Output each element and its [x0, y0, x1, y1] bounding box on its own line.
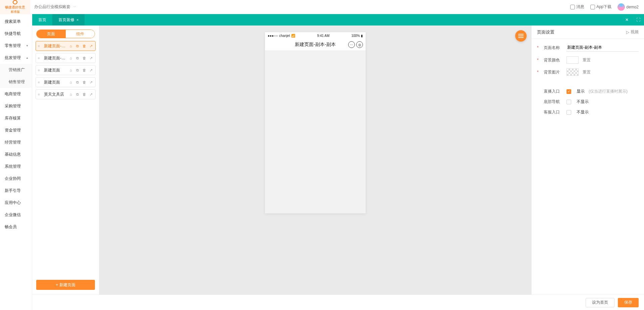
sidebar-item[interactable]: 应用中心 [0, 197, 32, 209]
external-link-icon[interactable]: ↗ [89, 56, 93, 60]
delete-icon[interactable]: 🗑 [82, 80, 87, 84]
sidebar-item[interactable]: 快捷导航 [0, 28, 32, 40]
drag-handle-icon[interactable]: ≡ [38, 68, 42, 72]
tab-首页装修[interactable]: 首页装修× [52, 14, 85, 25]
page-list-item[interactable]: ≡新建页面-副本⌂⧉🗑↗ [36, 53, 96, 63]
page-item-name: 昊天文具店 [44, 92, 66, 97]
phone-status-bar: ●●●○○ chanjet 📶 9:41 AM 100% ▮ [265, 32, 366, 39]
set-home-button[interactable]: 设为首页 [586, 298, 614, 307]
topbar-right: 消息 App下载 demo2 [570, 3, 644, 11]
delete-icon[interactable]: 🗑 [82, 56, 87, 60]
page-list-item[interactable]: ≡新建页面-副本...⌂⧉🗑↗ [36, 41, 96, 51]
home-icon[interactable]: ⌂ [68, 44, 73, 48]
tab-close-all-button[interactable]: ✕ [621, 14, 633, 25]
battery-text: 100% [351, 34, 360, 38]
sidebar-item-label: 零售管理 [5, 43, 21, 49]
sidebar-subitem[interactable]: 营销推广 [0, 64, 32, 76]
fullscreen-button[interactable]: ⛶ [633, 14, 644, 25]
app-download-button[interactable]: App下载 [590, 4, 611, 10]
sidebar-item[interactable]: 搜索菜单 [0, 15, 32, 28]
cs-text: 不显示 [577, 109, 589, 115]
sidebar-item-label: 批发管理 [5, 55, 21, 61]
sidebar-subitem[interactable]: 销售管理 [0, 76, 32, 88]
delete-icon[interactable]: 🗑 [82, 92, 87, 96]
external-link-icon[interactable]: ↗ [89, 92, 93, 97]
drag-handle-icon[interactable]: ≡ [38, 93, 42, 96]
sidebar-item[interactable]: 采购管理 [0, 100, 32, 112]
sidebar-item[interactable]: 零售管理▼ [0, 40, 32, 52]
home-icon[interactable]: ⌂ [68, 56, 73, 60]
phone-body[interactable] [265, 50, 366, 213]
external-link-icon[interactable]: ↗ [89, 68, 93, 72]
sidebar-item[interactable]: 企业协同 [0, 172, 32, 185]
sidebar-item[interactable]: 库存核算 [0, 112, 32, 124]
sidebar-item[interactable]: 新手引导 [0, 185, 32, 197]
messages-button[interactable]: 消息 [570, 4, 584, 10]
drag-handle-icon[interactable]: ≡ [38, 56, 42, 60]
close-icon[interactable]: × [76, 18, 78, 22]
copy-icon[interactable]: ⧉ [75, 92, 80, 97]
home-icon[interactable]: ⌂ [68, 92, 73, 96]
sidebar-item[interactable]: 基础信息 [0, 148, 32, 160]
sidebar-item-label: 销售管理 [9, 79, 25, 85]
external-link-icon[interactable]: ↗ [89, 80, 93, 85]
sidebar-item[interactable]: 批发管理▲ [0, 52, 32, 64]
copy-icon[interactable]: ⧉ [75, 68, 80, 72]
chevron-down-icon: ▼ [26, 44, 29, 47]
tab-label: 首页 [38, 17, 46, 23]
seg-component[interactable]: 组件 [66, 30, 95, 38]
bgimg-swatch[interactable] [567, 68, 579, 76]
chat-icon [570, 5, 575, 9]
sidebar-item[interactable]: 系统管理 [0, 160, 32, 172]
page-list-item[interactable]: ≡昊天文具店⌂⧉🗑↗ [36, 89, 96, 99]
tab-首页[interactable]: 首页 [32, 14, 52, 25]
component-drawer-fab[interactable] [515, 30, 527, 42]
account-selector[interactable]: 办公品行业模拟账套 ﹀ [34, 4, 76, 10]
video-tutorial-link[interactable]: ▷ 视频 [626, 29, 639, 35]
delete-icon[interactable]: 🗑 [82, 68, 87, 72]
capsule-more-icon[interactable]: ⋯ [348, 41, 355, 48]
messages-label: 消息 [576, 4, 584, 10]
bgcolor-swatch[interactable] [567, 56, 579, 64]
delete-icon[interactable]: 🗑 [82, 44, 87, 48]
brand-name: 畅捷通好生意 [5, 5, 25, 10]
sidebar-item[interactable]: 资金管理 [0, 124, 32, 136]
bgimg-label: 背景图片 [544, 69, 562, 75]
live-checkbox[interactable]: ✓ [567, 89, 571, 94]
sidebar-item[interactable]: 畅会员 [0, 221, 32, 233]
bgcolor-reset[interactable]: 重置 [583, 57, 591, 63]
live-show-text: 显示 [577, 89, 585, 94]
sidebar-item[interactable]: 企业微信 [0, 209, 32, 221]
home-icon[interactable]: ⌂ [68, 80, 73, 84]
page-name-input[interactable] [567, 44, 639, 52]
sidebar: 搜索菜单快捷导航零售管理▼批发管理▲营销推广销售管理电商管理采购管理库存核算资金… [0, 14, 32, 310]
brand-logo: 畅捷通好生意 标准版 [0, 0, 30, 14]
sidebar-item[interactable]: 电商管理 [0, 88, 32, 100]
copy-icon[interactable]: ⧉ [75, 80, 80, 85]
copy-icon[interactable]: ⧉ [75, 56, 80, 60]
page-list-item[interactable]: ≡新建页面⌂⧉🗑↗ [36, 65, 96, 75]
page-list-item[interactable]: ≡新建页面⌂⧉🗑↗ [36, 77, 96, 87]
user-menu[interactable]: demo2 [618, 3, 639, 11]
home-icon[interactable]: ⌂ [68, 68, 73, 72]
page-item-name: 新建页面-副本... [44, 43, 66, 49]
cs-checkbox[interactable] [567, 110, 571, 115]
drag-handle-icon[interactable]: ≡ [38, 81, 42, 84]
new-page-button[interactable]: + 新建页面 [36, 280, 95, 290]
play-icon: ▷ [626, 30, 629, 35]
seg-page[interactable]: 页面 [37, 30, 66, 38]
bgimg-reset[interactable]: 重置 [583, 69, 591, 75]
copy-icon[interactable]: ⧉ [75, 44, 80, 48]
bottom-nav-checkbox[interactable] [567, 100, 571, 104]
sidebar-item-label: 电商管理 [5, 91, 21, 97]
signal-icon: ●●●○○ [268, 34, 278, 38]
sidebar-item[interactable]: 经营管理 [0, 136, 32, 148]
drag-handle-icon[interactable]: ≡ [38, 44, 42, 48]
sidebar-item-label: 基础信息 [5, 152, 21, 157]
save-button[interactable]: 保存 [618, 298, 639, 307]
external-link-icon[interactable]: ↗ [89, 44, 93, 48]
sidebar-item-label: 经营管理 [5, 140, 21, 145]
mini-program-header: 新建页面-副本-副本 ⋯ ◎ [265, 39, 366, 50]
video-label: 视频 [631, 29, 639, 35]
capsule-close-icon[interactable]: ◎ [356, 41, 363, 48]
